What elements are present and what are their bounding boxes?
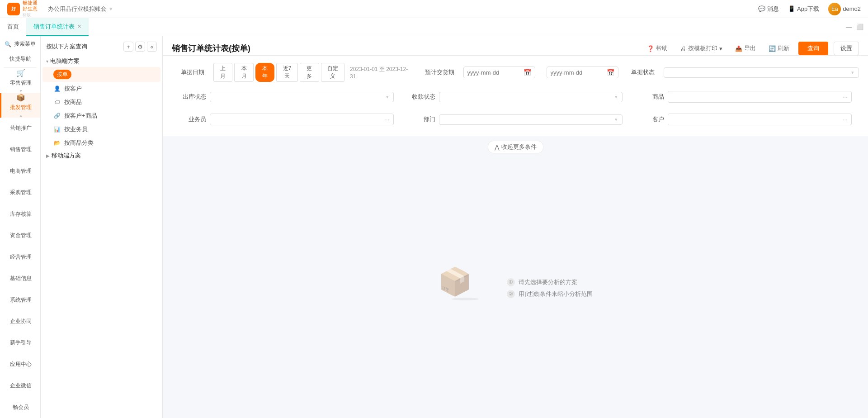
date-btn-7days[interactable]: 近7天 [276, 63, 298, 82]
dept-select[interactable]: ▾ [439, 114, 623, 125]
sidebar-item-finance[interactable]: 资金管理 [0, 225, 40, 246]
ecommerce-label: 电商管理 [10, 167, 32, 175]
scheme-by-cust-prod[interactable]: 🔗 按客户+商品 [42, 109, 160, 123]
product-scheme-label: 按商品 [64, 98, 82, 106]
message-btn[interactable]: 💬 消息 [758, 5, 779, 13]
cust-prod-scheme-icon: 🔗 [53, 112, 61, 119]
collapse-more-btn[interactable]: ⋀ 收起更多条件 [488, 141, 543, 153]
ship-status-select[interactable]: ▾ [210, 92, 394, 102]
logo-icon: 好 [7, 3, 20, 15]
date-btn-more[interactable]: 更多 [300, 63, 319, 82]
settings-btn[interactable]: 设置 [834, 42, 859, 55]
purchase-label: 采购管理 [10, 189, 32, 196]
message-label: 消息 [767, 5, 779, 13]
help-btn[interactable]: ❓ 帮助 [643, 43, 671, 54]
sidebar-quick-nav[interactable]: 快捷导航 [0, 52, 40, 66]
tab-close-icon[interactable]: ✕ [77, 24, 81, 29]
sidebar-item-member[interactable]: 畅会员 [0, 397, 40, 418]
scheme-by-order[interactable]: 按单 [42, 67, 160, 82]
expected-date-end-input[interactable] [551, 69, 605, 76]
enterprise-label: 企业协同 [10, 318, 32, 325]
product-dots-btn[interactable]: ··· [842, 93, 848, 100]
empty-illustration: 📦 [438, 266, 492, 311]
retail-arrow: ▾ [20, 89, 22, 93]
left-panel-header: 按以下方案查询 + ⚙ « [41, 42, 162, 55]
breadcrumb-arrow: ▾ [109, 5, 113, 12]
mobile-scheme-group-header[interactable]: ▶ 移动端方案 [42, 150, 160, 162]
sidebar-item-guide[interactable]: 新手引导 [0, 332, 40, 353]
template-print-btn[interactable]: 🖨 按模板打印 ▾ [677, 43, 726, 54]
sidebar-search[interactable]: 🔍 搜索菜单 [0, 36, 40, 52]
collapse-left-btn[interactable]: « [147, 42, 157, 52]
date-btn-this-year[interactable]: 本年 [255, 63, 274, 82]
main-area: 🔍 搜索菜单 快捷导航 🛒 零售管理 ▾ 📦 批发管理 ▴ 营销推广 销售管理 … [0, 36, 868, 418]
page-title: 销售订单统计表(按单) [172, 43, 643, 54]
date-btn-this-month[interactable]: 本月 [234, 63, 253, 82]
dept-cell: 部门 ▾ [401, 110, 630, 129]
date-dash: — [538, 69, 544, 76]
pc-scheme-group-header[interactable]: ▾ 电脑端方案 [42, 55, 160, 67]
sidebar-item-retail[interactable]: 🛒 零售管理 ▾ [0, 69, 40, 93]
customer-dots-btn[interactable]: ··· [842, 116, 848, 123]
refresh-btn[interactable]: 🔄 刷新 [765, 43, 793, 54]
scheme-by-product[interactable]: 🏷 按商品 [42, 95, 160, 109]
sidebar-item-ecommerce[interactable]: 电商管理 [0, 161, 40, 182]
empty-content: 📦 ① 请先选择要分析的方案 ② 用[过滤]条件来缩小分析范围 [438, 266, 592, 311]
message-icon: 💬 [758, 5, 765, 12]
hint-num-2: ② [507, 290, 515, 298]
sidebar-item-sales[interactable]: 销售管理 [0, 139, 40, 160]
payment-status-select[interactable]: ▾ [439, 92, 623, 102]
scheme-by-category[interactable]: 📂 按商品分类 [42, 136, 160, 150]
app-download-btn[interactable]: 📱 App下载 [788, 5, 819, 13]
dept-label: 部门 [408, 115, 435, 124]
scheme-by-staff[interactable]: 📊 按业务员 [42, 123, 160, 136]
scheme-settings-btn[interactable]: ⚙ [135, 42, 145, 52]
add-scheme-btn[interactable]: + [123, 42, 133, 52]
finance-label: 资金管理 [10, 232, 32, 239]
expected-date-start-input[interactable] [467, 69, 522, 76]
page-toolbar: ❓ 帮助 🖨 按模板打印 ▾ 📤 导出 🔄 刷新 [643, 42, 859, 55]
sidebar-item-purchase[interactable]: 采购管理 [0, 182, 40, 203]
industry-name: 办公用品行业模拟账套 [48, 5, 107, 13]
tab-sales-report[interactable]: 销售订单统计表 ✕ [26, 18, 89, 36]
sidebar-item-inventory[interactable]: 库存核算 [0, 203, 40, 224]
left-panel-title: 按以下方案查询 [46, 43, 87, 51]
dept-arrow: ▾ [615, 117, 618, 123]
collapse-arrow-icon: ⋀ [495, 144, 500, 151]
sidebar-item-enterprise[interactable]: 企业协同 [0, 311, 40, 332]
username: demo2 [843, 5, 861, 12]
sidebar-item-wholesale[interactable]: 📦 批发管理 ▴ [0, 93, 40, 118]
sidebar-item-basic[interactable]: 基础信息 [0, 268, 40, 289]
date-btn-custom[interactable]: 自定义 [321, 63, 345, 82]
print-icon: 🖨 [680, 45, 686, 52]
pc-group-label: 电脑端方案 [50, 57, 80, 65]
expected-date-control: 📅 — 📅 [463, 66, 618, 78]
mobile-group-label: 移动端方案 [52, 152, 81, 160]
expected-date-end[interactable]: 📅 [547, 66, 618, 78]
sidebar-item-operations[interactable]: 经营管理 [0, 246, 40, 267]
calendar-start-icon: 📅 [524, 69, 531, 76]
product-scheme-icon: 🏷 [53, 99, 61, 106]
collapse-bar: ⋀ 收起更多条件 [163, 136, 868, 158]
status-select[interactable]: ▾ [664, 67, 859, 78]
scheme-by-customer[interactable]: 👤 按客户 [42, 82, 160, 95]
sidebar-item-marketing[interactable]: 营销推广 [0, 118, 40, 139]
empty-icon: 📦 [438, 266, 492, 298]
expected-date-label: 预计交货期 [418, 68, 454, 76]
tab-minimize-btn[interactable]: — [844, 23, 854, 32]
sidebar-item-system[interactable]: 系统管理 [0, 289, 40, 310]
payment-arrow: ▾ [615, 94, 618, 100]
sidebar-item-apps[interactable]: 应用中心 [0, 354, 40, 375]
date-btn-last-month[interactable]: 上月 [213, 63, 232, 82]
export-btn[interactable]: 📤 导出 [731, 43, 760, 54]
cust-prod-scheme-label: 按客户+商品 [64, 112, 97, 120]
guide-label: 新手引导 [10, 339, 32, 347]
tab-maximize-btn[interactable]: ⬜ [855, 23, 864, 32]
tab-home[interactable]: 首页 [0, 18, 26, 36]
sidebar-item-wechat[interactable]: 企业微信 [0, 375, 40, 396]
expected-date-start[interactable]: 📅 [463, 66, 535, 78]
user-menu[interactable]: Ea demo2 [828, 3, 861, 15]
query-btn[interactable]: 查询 [798, 42, 828, 55]
empty-shadow [452, 298, 479, 300]
staff-dots-btn[interactable]: ··· [384, 116, 390, 123]
